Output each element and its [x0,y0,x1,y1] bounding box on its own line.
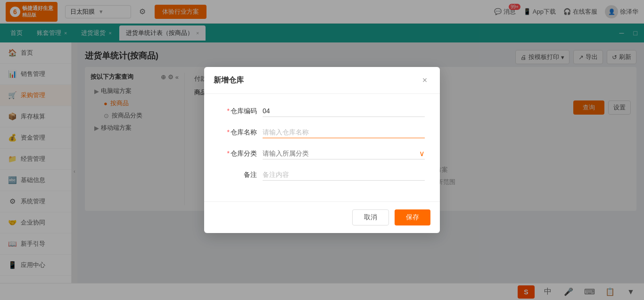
modal-header: 新增仓库 × [204,67,440,94]
remark-input[interactable] [263,169,425,181]
warehouse-code-row: 仓库编码 [219,105,425,117]
modal-footer: 取消 保存 [204,201,440,233]
warehouse-category-row: 仓库分类 ∨ [219,148,425,159]
name-input[interactable] [263,126,425,138]
category-dropdown-icon[interactable]: ∨ [419,149,425,158]
modal-title: 新增仓库 [214,75,244,85]
code-input[interactable] [263,105,425,117]
new-warehouse-modal: 新增仓库 × 仓库编码 仓库名称 仓库分类 ∨ [204,67,440,233]
modal-overlay: 新增仓库 × 仓库编码 仓库名称 仓库分类 ∨ [0,0,644,300]
remark-label: 备注 [219,171,257,179]
warehouse-name-row: 仓库名称 [219,126,425,138]
name-label: 仓库名称 [219,128,257,137]
cancel-button[interactable]: 取消 [352,209,389,225]
save-button[interactable]: 保存 [395,209,430,225]
modal-body: 仓库编码 仓库名称 仓库分类 ∨ 备注 [204,94,440,201]
category-label: 仓库分类 [219,150,257,158]
category-input[interactable] [263,148,419,159]
code-label: 仓库编码 [219,107,257,116]
category-select-row: ∨ [263,148,425,159]
remark-row: 备注 [219,169,425,181]
modal-close-button[interactable]: × [419,75,430,86]
